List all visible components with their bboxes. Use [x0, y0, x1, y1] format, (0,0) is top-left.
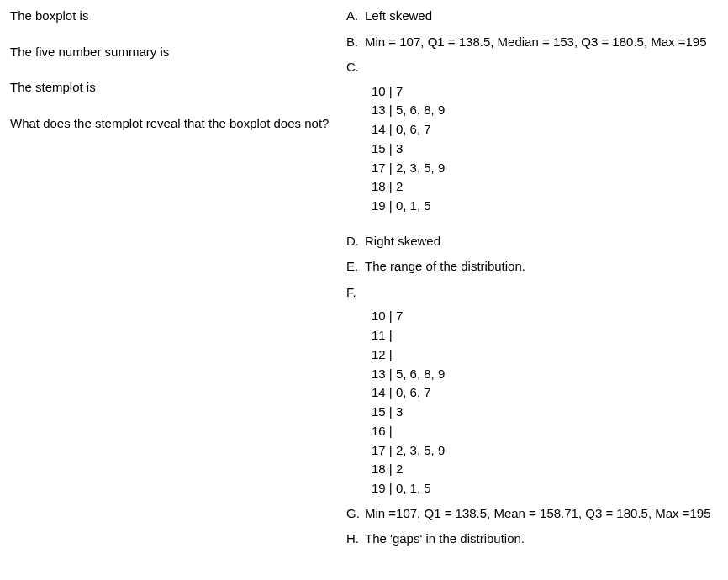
- answer-letter: D.: [346, 232, 365, 251]
- answer-f: F. 10 | 7 11 | 12 | 13 | 5, 6, 8, 9 14 |…: [346, 283, 718, 498]
- answer-letter: H.: [346, 530, 365, 549]
- stemplot-row: 18 | 2: [372, 460, 718, 478]
- answer-e: E. The range of the distribution.: [346, 257, 718, 277]
- stemplot-row: 17 | 2, 3, 5, 9: [372, 441, 718, 460]
- stemplot-row: 13 | 5, 6, 8, 9: [372, 365, 718, 383]
- answer-c: C. 10 | 7 13 | 5, 6, 8, 9 14 | 0, 6, 7 1…: [346, 58, 718, 215]
- stemplot-row: 10 | 7: [372, 307, 718, 325]
- stemplot-row: 12 |: [372, 345, 718, 364]
- answer-letter: G.: [346, 504, 365, 524]
- stemplot-row: 15 | 3: [372, 140, 718, 158]
- matching-question-container: The boxplot is The five number summary i…: [10, 7, 718, 556]
- stemplot-row: 14 | 0, 6, 7: [372, 383, 718, 402]
- answer-b: B. Min = 107, Q1 = 138.5, Median = 153, …: [346, 33, 718, 52]
- stemplot-row: 19 | 0, 1, 5: [372, 479, 718, 498]
- answer-letter: F.: [346, 283, 365, 303]
- stemplot-row: 15 | 3: [372, 403, 718, 421]
- answer-a: A. Left skewed: [346, 7, 718, 26]
- stemplot-row: 10 | 7: [372, 82, 718, 101]
- stemplot-f: 10 | 7 11 | 12 | 13 | 5, 6, 8, 9 14 | 0,…: [372, 307, 718, 498]
- answer-d: D. Right skewed: [346, 232, 718, 251]
- question-2: The five number summary is: [10, 43, 346, 62]
- stemplot-row: 19 | 0, 1, 5: [372, 197, 718, 215]
- answer-text: The range of the distribution.: [365, 257, 718, 277]
- question-4: What does the stemplot reveal that the b…: [10, 114, 346, 134]
- answer-text: Right skewed: [365, 232, 718, 251]
- answers-column: A. Left skewed B. Min = 107, Q1 = 138.5,…: [346, 7, 718, 556]
- stemplot-row: 18 | 2: [372, 177, 718, 196]
- answer-letter: B.: [346, 33, 365, 52]
- stemplot-c: 10 | 7 13 | 5, 6, 8, 9 14 | 0, 6, 7 15 |…: [372, 82, 718, 215]
- answer-letter: E.: [346, 257, 365, 277]
- answer-letter: A.: [346, 7, 365, 26]
- question-3: The stemplot is: [10, 78, 346, 98]
- stemplot-row: 11 |: [372, 326, 718, 345]
- question-1: The boxplot is: [10, 7, 346, 26]
- answer-letter: C.: [346, 58, 365, 77]
- stemplot-row: 16 |: [372, 422, 718, 440]
- stemplot-row: 17 | 2, 3, 5, 9: [372, 159, 718, 177]
- stemplot-row: 13 | 5, 6, 8, 9: [372, 101, 718, 119]
- answer-text: Left skewed: [365, 7, 718, 26]
- questions-column: The boxplot is The five number summary i…: [10, 7, 346, 556]
- answer-h: H. The 'gaps' in the distribution.: [346, 530, 718, 549]
- answer-g: G. Min =107, Q1 = 138.5, Mean = 158.71, …: [346, 504, 718, 524]
- stemplot-row: 14 | 0, 6, 7: [372, 120, 718, 139]
- answer-text: Min = 107, Q1 = 138.5, Median = 153, Q3 …: [365, 33, 718, 52]
- answer-text: Min =107, Q1 = 138.5, Mean = 158.71, Q3 …: [365, 504, 718, 524]
- answer-text: The 'gaps' in the distribution.: [365, 530, 718, 549]
